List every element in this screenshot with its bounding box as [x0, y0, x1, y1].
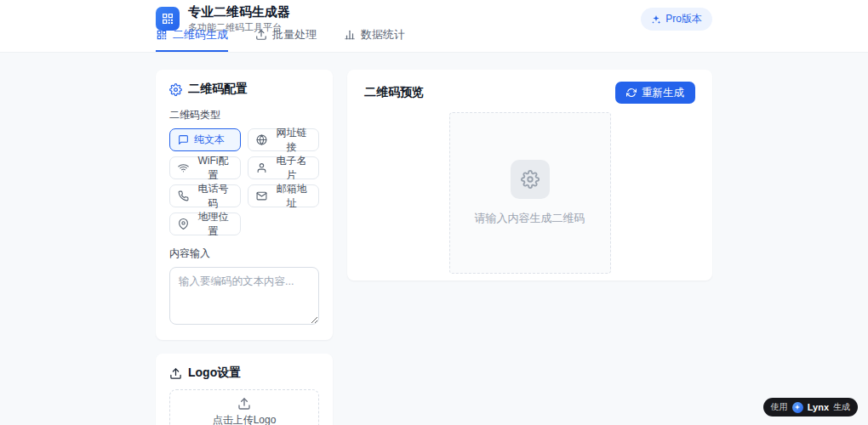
pro-version-button[interactable]: Pro版本: [641, 8, 712, 31]
type-button-email[interactable]: 邮箱地址: [248, 184, 319, 207]
chat-bubble-icon: [178, 134, 189, 145]
content-input[interactable]: [169, 267, 319, 325]
sparkles-icon: [651, 14, 661, 25]
mail-icon: [256, 190, 267, 201]
watermark-prefix: 使用: [771, 401, 788, 413]
qr-config-title-row: 二维码配置: [169, 82, 319, 97]
config-column: 二维码配置 二维码类型 纯文本 网址链接: [156, 70, 333, 425]
tab-statistics[interactable]: 数据统计: [344, 27, 405, 52]
upload-icon: [255, 29, 267, 41]
qr-config-card: 二维码配置 二维码类型 纯文本 网址链接: [156, 70, 333, 340]
type-button-label: 邮箱地址: [272, 182, 311, 211]
qr-preview-card: 二维码预览 重新生成 请输入内容生成二维码: [347, 70, 712, 280]
qr-config-title: 二维码配置: [188, 82, 248, 97]
type-button-vcard[interactable]: 电子名片: [248, 156, 319, 179]
main-content: 二维码配置 二维码类型 纯文本 网址链接: [156, 70, 712, 425]
gear-icon: [169, 83, 182, 96]
preview-empty-text: 请输入内容生成二维码: [475, 211, 585, 226]
type-button-label: 电子名片: [272, 154, 311, 183]
type-button-wifi[interactable]: WiFi配置: [169, 156, 241, 179]
globe-icon: [256, 134, 267, 145]
watermark-suffix: 生成: [833, 401, 850, 413]
type-button-phone[interactable]: 电话号码: [169, 184, 241, 207]
tab-label: 数据统计: [361, 27, 405, 42]
app-header: 专业二维码生成器 多功能二维码工具平台 Pro版本 二维码生成 批量处理: [0, 0, 868, 53]
type-button-label: 网址链接: [272, 126, 311, 155]
type-button-label: WiFi配置: [194, 154, 232, 183]
qr-type-grid: 纯文本 网址链接 WiFi配置: [169, 128, 319, 235]
type-button-url[interactable]: 网址链接: [248, 128, 319, 151]
qr-preview-placeholder: 请输入内容生成二维码: [449, 112, 611, 274]
main-tabs: 二维码生成 批量处理 数据统计: [156, 27, 405, 52]
content-input-label: 内容输入: [169, 246, 319, 261]
preview-column: 二维码预览 重新生成 请输入内容生成二维码: [347, 70, 712, 280]
tab-qr-generate[interactable]: 二维码生成: [156, 27, 228, 52]
map-pin-icon: [178, 218, 189, 230]
regenerate-label: 重新生成: [642, 86, 684, 100]
person-icon: [256, 162, 267, 173]
bar-chart-icon: [344, 29, 356, 41]
lynx-watermark-badge[interactable]: 使用 Lynx 生成: [763, 398, 858, 416]
pro-version-label: Pro版本: [665, 12, 702, 26]
lynx-logo-icon: [792, 402, 803, 413]
type-button-plain-text[interactable]: 纯文本: [169, 128, 241, 151]
gear-icon: [511, 160, 550, 199]
type-button-label: 地理位置: [194, 210, 232, 239]
tab-batch-process[interactable]: 批量处理: [255, 27, 317, 52]
tab-label: 批量处理: [272, 27, 317, 42]
page-title: 专业二维码生成器: [188, 4, 290, 20]
logo-upload-dropzone[interactable]: 点击上传Logo: [169, 389, 319, 425]
logo-settings-title-row: Logo设置: [169, 366, 319, 381]
tab-label: 二维码生成: [173, 27, 228, 42]
type-button-label: 纯文本: [194, 133, 225, 147]
upload-icon: [237, 397, 251, 411]
qr-code-icon: [156, 29, 168, 41]
logo-settings-title: Logo设置: [188, 366, 241, 381]
logo-settings-card: Logo设置 点击上传Logo: [156, 354, 333, 425]
qr-type-label: 二维码类型: [169, 108, 319, 122]
type-button-location[interactable]: 地理位置: [169, 212, 241, 235]
wifi-icon: [178, 162, 189, 173]
phone-icon: [178, 190, 189, 201]
regenerate-button[interactable]: 重新生成: [615, 82, 695, 104]
refresh-icon: [626, 88, 637, 98]
type-button-label: 电话号码: [194, 182, 232, 211]
preview-title: 二维码预览: [364, 85, 424, 100]
preview-header: 二维码预览 重新生成: [364, 82, 695, 104]
upload-icon: [169, 367, 182, 380]
watermark-brand: Lynx: [808, 402, 829, 412]
logo-upload-text: 点击上传Logo: [213, 413, 277, 425]
